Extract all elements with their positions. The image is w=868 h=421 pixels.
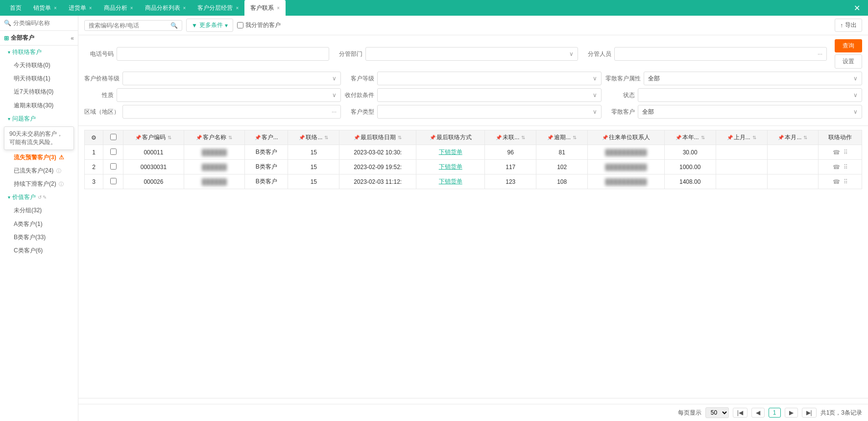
- th-action: 联络动作: [819, 130, 862, 145]
- region-select[interactable]: ···: [122, 105, 341, 119]
- person-select[interactable]: ···: [614, 47, 827, 61]
- th-checkbox[interactable]: [103, 130, 123, 145]
- close-tab-product-list[interactable]: ×: [183, 5, 186, 11]
- status-select[interactable]: ∨: [638, 88, 862, 102]
- close-tab-sales[interactable]: ×: [54, 5, 57, 11]
- sidebar-item-churn-warning[interactable]: 流失预警客户(3) ⚠: [0, 151, 78, 164]
- tab-customer-contact[interactable]: 客户联系 ×: [244, 0, 286, 16]
- pin-icon: 📌: [135, 135, 141, 140]
- customer-grade-select[interactable]: ∨: [377, 72, 602, 85]
- filter-person: 分管人员 ···: [582, 47, 827, 61]
- price-grade-select[interactable]: ∨: [122, 72, 341, 85]
- zero-customer-select[interactable]: 全部 ∨: [638, 105, 862, 119]
- row-last-date: 2023-02-09 19:52:: [339, 160, 416, 174]
- prev-page-button[interactable]: ◀: [751, 408, 765, 418]
- th-last-method[interactable]: 📌 最后联络方式: [416, 130, 485, 145]
- sidebar-item-churned[interactable]: 已流失客户(24) ⓘ: [0, 164, 78, 177]
- row-checkbox[interactable]: [110, 178, 117, 184]
- query-button[interactable]: 查询: [835, 39, 862, 52]
- sidebar-item-overdue[interactable]: 逾期未联络(30): [0, 99, 78, 112]
- customer-type-select[interactable]: ∨: [377, 105, 602, 119]
- tab-product-analysis[interactable]: 商品分析 ×: [98, 0, 139, 16]
- horizontal-scrollbar[interactable]: [78, 398, 868, 404]
- sidebar-item-declining[interactable]: 持续下滑客户(2) ⓘ: [0, 177, 78, 191]
- row-last-method[interactable]: 下销货单: [416, 174, 485, 189]
- th-no-contact[interactable]: 📌 未联... ⇅: [485, 130, 536, 145]
- th-liaison[interactable]: 📌 往来单位联系人: [588, 130, 665, 145]
- row-action[interactable]: ☎ ⠿: [819, 174, 862, 189]
- tab-product-list[interactable]: 商品分析列表 ×: [139, 0, 192, 16]
- sidebar-all-customers[interactable]: ⊞ 全部客户 «: [0, 31, 78, 46]
- action-more-icon[interactable]: ⠿: [844, 149, 848, 156]
- per-page-select[interactable]: 50: [705, 407, 729, 418]
- th-settings[interactable]: ⚙: [85, 130, 103, 145]
- row-checkbox[interactable]: [110, 163, 117, 170]
- sidebar-item-ungroup[interactable]: 未分组(32): [0, 204, 78, 217]
- refresh-icon[interactable]: ↺: [38, 195, 42, 200]
- pin-icon-5: 📌: [354, 135, 360, 140]
- th-this-year[interactable]: 📌 本年... ⇅: [664, 130, 716, 145]
- sidebar-search-input[interactable]: [13, 20, 74, 26]
- sidebar-item-class-c[interactable]: C类客户(6): [0, 244, 78, 257]
- nature-select[interactable]: ∨: [117, 88, 341, 102]
- sidebar-item-7days[interactable]: 近7天待联络(0): [0, 85, 78, 99]
- zero-attr-select[interactable]: 全部 ∨: [644, 72, 862, 85]
- sidebar: 🔍 ⊞ 全部客户 « ▾ 待联络客户 今天待联络(0) 明天待联络(1) 近7天…: [0, 16, 78, 421]
- th-name[interactable]: 📌 客户名称 ⇅: [184, 130, 244, 145]
- select-all-checkbox[interactable]: [110, 134, 117, 140]
- row-action[interactable]: ☎ ⠿: [819, 160, 862, 174]
- sidebar-group-problem[interactable]: ▾ 问题客户: [0, 112, 78, 125]
- search-icon[interactable]: 🔍: [170, 22, 178, 29]
- close-tab-customer-contact[interactable]: ×: [277, 5, 280, 11]
- action-contact-icon[interactable]: ☎: [833, 164, 840, 171]
- th-customer-type[interactable]: 📌 客户...: [244, 130, 288, 145]
- action-contact-icon[interactable]: ☎: [833, 149, 840, 156]
- filter-nature: 性质 ∨: [84, 88, 341, 102]
- sidebar-group-pending[interactable]: ▾ 待联络客户: [0, 46, 78, 59]
- phone-input[interactable]: [117, 47, 329, 61]
- tab-purchase[interactable]: 进货单 ×: [63, 0, 98, 16]
- pagination: 每页显示 50 |◀ ◀ 1 ▶ ▶| 共1页，3条记录: [78, 404, 868, 421]
- payment-select[interactable]: ∨: [377, 88, 602, 102]
- sidebar-item-today[interactable]: 今天待联络(0): [0, 59, 78, 72]
- sidebar-item-tomorrow[interactable]: 明天待联络(1): [0, 72, 78, 85]
- search-input[interactable]: [89, 22, 169, 29]
- edit-icon[interactable]: ✎: [43, 195, 47, 200]
- next-page-button[interactable]: ▶: [785, 408, 798, 418]
- settings-button[interactable]: 设置: [835, 54, 862, 69]
- export-button[interactable]: ↑ 导出: [835, 19, 862, 32]
- close-tab-product-analysis[interactable]: ×: [130, 5, 133, 11]
- action-more-icon[interactable]: ⠿: [844, 164, 848, 171]
- row-last-method[interactable]: 下销货单: [416, 160, 485, 174]
- window-close-button[interactable]: ✕: [850, 3, 864, 13]
- dept-select[interactable]: ∨: [365, 47, 578, 61]
- sidebar-item-class-a[interactable]: A类客户(1): [0, 218, 78, 231]
- th-this-month[interactable]: 📌 本月... ⇅: [767, 130, 819, 145]
- first-page-button[interactable]: |◀: [733, 408, 747, 418]
- sidebar-item-class-b[interactable]: B类客户(33): [0, 231, 78, 244]
- row-checkbox[interactable]: [110, 149, 117, 155]
- last-page-button[interactable]: ▶|: [802, 408, 817, 418]
- row-action[interactable]: ☎ ⠿: [819, 145, 862, 160]
- my-customers-checkbox[interactable]: [237, 22, 243, 28]
- th-contact[interactable]: 📌 联络... ⇅: [288, 130, 339, 145]
- sidebar-group-value[interactable]: ▾ 价值客户 ↺ ✎: [0, 191, 78, 204]
- close-tab-purchase[interactable]: ×: [89, 5, 92, 11]
- close-tab-customer-layer[interactable]: ×: [236, 5, 239, 11]
- tab-home[interactable]: 首页: [4, 0, 27, 16]
- person-dots[interactable]: ···: [818, 50, 822, 57]
- th-last-date[interactable]: 📌 最后联络日期 ⇅: [339, 130, 416, 145]
- row-last-month: [716, 174, 767, 189]
- row-last-method[interactable]: 下销货单: [416, 145, 485, 160]
- my-customers-checkbox-label[interactable]: 我分管的客户: [237, 21, 281, 29]
- action-more-icon[interactable]: ⠿: [844, 178, 848, 185]
- th-code[interactable]: 📌 客户编码 ⇅: [123, 130, 184, 145]
- more-conditions-button[interactable]: ▼ 更多条件 ▾: [186, 19, 233, 32]
- customer-type-arrow: ∨: [593, 108, 597, 115]
- th-overdue[interactable]: 📌 逾期... ⇅: [536, 130, 588, 145]
- th-last-month[interactable]: 📌 上月... ⇅: [716, 130, 767, 145]
- tab-sales[interactable]: 销货单 ×: [27, 0, 63, 16]
- region-dots[interactable]: ···: [332, 108, 337, 115]
- action-contact-icon[interactable]: ☎: [833, 178, 840, 185]
- tab-customer-layer[interactable]: 客户分层经营 ×: [192, 0, 244, 16]
